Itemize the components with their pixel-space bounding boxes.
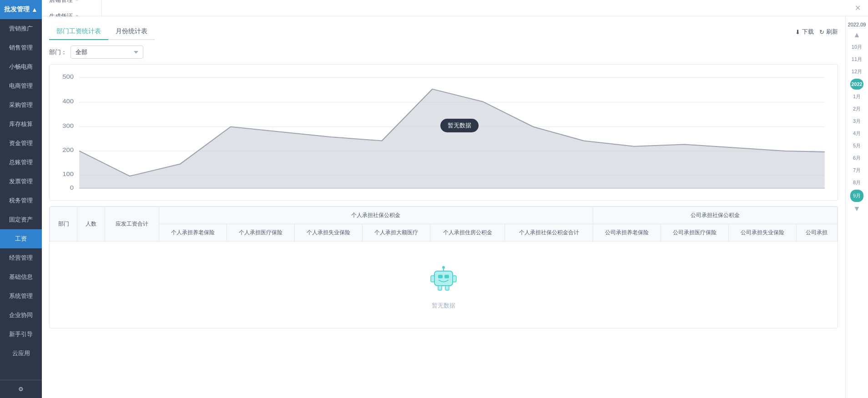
th-dept: 部门 [50,207,77,242]
filter-row: 部门： 全部 [49,45,838,59]
table-container: 部门 人数 应发工资合计 个人承担社保公积金 公司承担社保公积金 个人承担养老保… [49,206,838,328]
timeline-up-button[interactable]: ▲ [852,29,863,41]
th-count: 人数 [77,207,105,242]
timeline-item-7月[interactable]: 7月 [848,164,866,176]
tab-dept-stats[interactable]: 部门工资统计表 [49,24,108,40]
timeline-down-button[interactable]: ▼ [852,203,863,215]
timeline-item-12月[interactable]: 12月 [848,65,866,78]
tab-label-store-mgmt: 店铺管理 [49,0,73,4]
timeline-item-2月[interactable]: 2月 [848,103,866,115]
tabbar: 首页门店商品目录×销货单×店铺管理×生成凭证×应收应付调整单×工资表×工资统计报… [42,0,868,16]
th-personal-medical: 个人承担医疗保险 [227,224,295,242]
th-personal-unemployment: 个人承担失业保险 [295,224,363,242]
table-header-row2: 个人承担养老保险 个人承担医疗保险 个人承担失业保险 个人承担大额医疗 个人承担… [50,224,838,242]
svg-text:100: 100 [62,171,74,177]
table-header-row1: 部门 人数 应发工资合计 个人承担社保公积金 公司承担社保公积金 [50,207,838,224]
empty-label: 暂无数据 [432,302,455,310]
timeline-panel: 2022.09 ▲ 10月11月12月20221月2月3月4月5月6月7月8月9… [845,16,868,398]
download-label: 下载 [802,28,814,36]
svg-text:0: 0 [70,185,74,191]
sidebar-item-tax[interactable]: 税务管理 [0,191,42,210]
timeline-item-3月[interactable]: 3月 [848,115,866,127]
dept-select[interactable]: 全部 [71,45,143,59]
sidebar-title-text: 批发管理 [4,5,30,14]
sidebar-item-salary[interactable]: 工资 [0,229,42,248]
sidebar-title[interactable]: 批发管理 ▲ [0,0,42,19]
sidebar-item-invoice[interactable]: 发票管理 [0,172,42,191]
sidebar-item-cloud[interactable]: 云应用 [0,344,42,363]
sidebar-item-marketing[interactable]: 营销推广 [0,19,42,38]
tab-close-store-mgmt[interactable]: × [76,0,78,2]
th-company-pension: 公司承担养老保险 [593,224,661,242]
table-empty-row: 暂无数据 [50,242,838,328]
th-total-wage: 应发工资合计 [105,207,159,242]
timeline-item-11月[interactable]: 11月 [848,53,866,65]
timeline-item-8月[interactable]: 8月 [848,176,866,189]
data-table: 部门 人数 应发工资合计 个人承担社保公积金 公司承担社保公积金 个人承担养老保… [50,207,838,328]
sidebar-items: 营销推广销售管理小畅电商电商管理采购管理库存核算资金管理总账管理发票管理税务管理… [0,19,42,363]
sidebar-item-enterprise[interactable]: 企业协同 [0,306,42,325]
sub-tabs: 部门工资统计表 月份统计表 [49,24,155,40]
svg-rect-15 [444,275,449,278]
sidebar-item-finance[interactable]: 资金管理 [0,134,42,153]
tabbar-close-button[interactable]: ✕ [849,4,866,12]
content-area: 部门工资统计表 月份统计表 ⬇ 下载 ↻ 刷新 部门： [42,16,868,398]
refresh-icon: ↻ [819,29,824,35]
sidebar-item-operation[interactable]: 经营管理 [0,248,42,267]
refresh-label: 刷新 [826,28,838,36]
chart-svg: 500 400 300 200 100 0 [57,72,830,193]
empty-state: 暂无数据 [50,242,838,328]
timeline-item-9月[interactable]: 9月 [850,190,863,202]
timeline-item-1月[interactable]: 1月 [848,91,866,103]
empty-icon [425,260,462,296]
th-personal-total: 个人承担社保公积金合计 [505,224,593,242]
sidebar-item-purchase[interactable]: 采购管理 [0,96,42,115]
settings-button[interactable]: ⚙ [0,380,42,398]
svg-rect-13 [434,271,453,286]
svg-marker-12 [79,89,824,188]
sidebar-item-basic[interactable]: 基础信息 [0,267,42,287]
sidebar-item-assets[interactable]: 固定资产 [0,210,42,229]
tab-store-mgmt[interactable]: 店铺管理× [44,0,102,8]
sidebar-toggle-icon: ▲ [31,6,38,13]
timeline-item-4月[interactable]: 4月 [848,127,866,140]
th-personal-pension: 个人承担养老保险 [159,224,227,242]
svg-text:300: 300 [62,123,74,129]
gear-icon: ⚙ [18,386,24,393]
svg-rect-18 [431,276,434,282]
sidebar-item-system[interactable]: 系统管理 [0,287,42,306]
timeline-current: 2022.09 [846,20,868,29]
th-personal-social: 个人承担社保公积金 [159,207,593,224]
svg-text:400: 400 [62,98,74,105]
timeline-item-6月[interactable]: 6月 [848,152,866,164]
sidebar-item-ecommerce[interactable]: 电商管理 [0,76,42,96]
sidebar-item-ledger[interactable]: 总账管理 [0,153,42,172]
th-personal-housing: 个人承担住房公积金 [430,224,505,242]
th-personal-major-medical: 个人承担大额医疗 [363,224,430,242]
tab-month-stats[interactable]: 月份统计表 [108,24,155,40]
svg-rect-14 [438,275,443,278]
sidebar-item-guide[interactable]: 新手引导 [0,325,42,344]
sidebar-item-sales[interactable]: 销售管理 [0,38,42,57]
svg-rect-20 [438,286,442,290]
th-company-unemployment: 公司承担失业保险 [728,224,796,242]
timeline-item-5月[interactable]: 5月 [848,140,866,152]
dept-label: 部门： [49,48,67,56]
refresh-button[interactable]: ↻ 刷新 [819,28,838,36]
download-icon: ⬇ [795,29,800,35]
sidebar: 批发管理 ▲ 营销推广销售管理小畅电商电商管理采购管理库存核算资金管理总账管理发… [0,0,42,398]
svg-rect-19 [453,276,456,282]
sidebar-item-ecommerce-small[interactable]: 小畅电商 [0,57,42,76]
svg-rect-21 [445,286,449,290]
chart-no-data-tooltip: 暂无数据 [440,119,479,132]
page: 部门工资统计表 月份统计表 ⬇ 下载 ↻ 刷新 部门： [42,16,845,398]
timeline-item-2022[interactable]: 2022 [850,79,863,90]
sidebar-item-inventory[interactable]: 库存核算 [0,115,42,134]
svg-point-17 [442,266,445,269]
timeline-item-10月[interactable]: 10月 [848,41,866,53]
svg-text:500: 500 [62,74,74,81]
main-area: 首页门店商品目录×销货单×店铺管理×生成凭证×应收应付调整单×工资表×工资统计报… [42,0,868,398]
th-company-more: 公司承担 [796,224,837,242]
svg-text:200: 200 [62,147,74,153]
download-button[interactable]: ⬇ 下载 [795,28,814,36]
